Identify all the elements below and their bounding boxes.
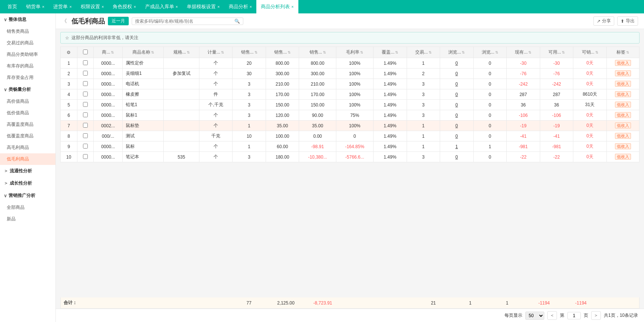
sidebar-item-sales-products[interactable]: 销售类商品 xyxy=(0,26,55,37)
sidebar-section-overall[interactable]: ∨ 整体信息 xyxy=(0,13,55,26)
row-code: 0000... xyxy=(93,79,123,89)
tag-badge: 低收入 xyxy=(615,133,631,139)
row-unit: 个 xyxy=(199,110,233,121)
sidebar-item-low-margin[interactable]: 低毛利商品 xyxy=(0,153,55,165)
row-code: 0000... xyxy=(93,110,123,121)
search-icon[interactable]: 🔍 xyxy=(234,19,240,24)
sidebar-item-new-products[interactable]: 新品 xyxy=(0,213,55,225)
close-permission-icon[interactable]: × xyxy=(102,4,104,9)
row-name[interactable]: 吴细细1 xyxy=(123,68,164,79)
row-select-checkbox[interactable] xyxy=(83,144,88,149)
tag-badge: 低收入 xyxy=(615,60,631,66)
sidebar-section-marketing[interactable]: ∨ 营销推广分析 xyxy=(0,189,55,202)
row-sales-profit: 800.00 xyxy=(299,58,336,68)
row-view1[interactable]: 0 xyxy=(440,58,474,68)
row-select-checkbox[interactable] xyxy=(83,60,88,65)
row-no: 6 xyxy=(61,110,77,121)
close-role-icon[interactable]: × xyxy=(134,4,136,9)
sidebar-item-high-coverage[interactable]: 高覆盖度商品 xyxy=(0,119,55,130)
row-select-checkbox[interactable] xyxy=(83,133,88,138)
nav-item-product-storage[interactable]: 产成品入库单 × xyxy=(141,0,182,13)
tag-badge: 低收入 xyxy=(615,70,631,76)
collapse-sidebar-btn[interactable]: 《 xyxy=(62,18,67,25)
row-coverage: 1.49% xyxy=(374,152,407,162)
nav-item-role[interactable]: 角色授权 × xyxy=(108,0,140,13)
row-view1[interactable]: 0 xyxy=(440,100,474,110)
close-product-analysis-icon[interactable]: × xyxy=(250,4,252,9)
sidebar-item-category-rate[interactable]: 商品分类助销率 xyxy=(0,49,55,60)
sidebar-item-stocked-products[interactable]: 有库存的商品 xyxy=(0,60,55,72)
row-saleable: 0天 xyxy=(573,131,607,141)
row-view1[interactable]: 0 xyxy=(440,89,474,100)
sidebar-section-growth[interactable]: ＞ 成长性分析 xyxy=(0,177,55,189)
row-view1[interactable]: 1 xyxy=(440,141,474,152)
row-select-checkbox[interactable] xyxy=(83,102,88,107)
close-analysis-list-icon[interactable]: × xyxy=(291,4,294,9)
col-settings[interactable]: ⚙ xyxy=(61,47,77,58)
row-view1[interactable]: 0 xyxy=(440,79,474,89)
date-filter-button[interactable]: 近一月 xyxy=(108,17,129,25)
sidebar-item-traded-products[interactable]: 交易过的商品 xyxy=(0,37,55,49)
nav-item-purchase[interactable]: 进货单 × xyxy=(49,0,76,13)
row-available: -30 xyxy=(540,58,573,68)
row-select-checkbox[interactable] xyxy=(83,81,88,86)
arrow-overall-icon: ∨ xyxy=(4,17,7,22)
row-code: 0000... xyxy=(93,100,123,110)
row-name[interactable]: 铅笔1 xyxy=(123,100,164,110)
close-product-storage-icon[interactable]: × xyxy=(176,4,178,9)
row-name[interactable]: 笔记本 xyxy=(123,152,164,162)
row-select-checkbox[interactable] xyxy=(83,71,88,76)
row-code: 0000... xyxy=(93,89,123,100)
row-select-checkbox[interactable] xyxy=(83,154,88,159)
export-button[interactable]: ⬆ 导出 xyxy=(617,16,638,26)
prev-page-button[interactable]: ＜ xyxy=(547,311,557,320)
row-view1[interactable]: 0 xyxy=(440,152,474,162)
nav-item-template[interactable]: 单据模板设置 × xyxy=(182,0,224,13)
row-view1[interactable]: 0 xyxy=(440,121,474,131)
sidebar-section-circulation[interactable]: ＞ 流通性分析 xyxy=(0,165,55,177)
row-sales-qty: 3 xyxy=(233,152,266,162)
sidebar-item-inventory-capital[interactable]: 库存资金占用 xyxy=(0,72,55,83)
sidebar-section-analysis[interactable]: ∨ 类畅量分析 xyxy=(0,83,55,96)
table-row: 2 0000... 吴细细1 参加复试 个 30 300.00 300.00 1… xyxy=(61,68,640,79)
sidebar-item-low-coverage[interactable]: 低覆盖度商品 xyxy=(0,130,55,142)
sidebar-item-low-value[interactable]: 低价值商品 xyxy=(0,107,55,119)
nav-item-home[interactable]: 首页 xyxy=(3,0,22,13)
row-view1[interactable]: 0 xyxy=(440,110,474,121)
nav-item-product-analysis[interactable]: 商品分析 × xyxy=(224,0,256,13)
row-name[interactable]: 鼠标 xyxy=(123,141,164,152)
row-name[interactable]: 鼠标垫 xyxy=(123,121,164,131)
row-view1[interactable]: 0 xyxy=(440,68,474,79)
row-name[interactable]: 电话机 xyxy=(123,79,164,89)
nav-item-sales[interactable]: 销货单 × xyxy=(22,0,49,13)
row-name[interactable]: 橡皮擦 xyxy=(123,89,164,100)
nav-item-permission[interactable]: 权限设置 × xyxy=(76,0,108,13)
row-select-checkbox[interactable] xyxy=(83,123,88,128)
next-page-button[interactable]: ＞ xyxy=(591,311,601,320)
row-name[interactable]: 测试 xyxy=(123,131,164,141)
row-checkbox xyxy=(77,68,93,79)
page-number-input[interactable] xyxy=(567,312,581,319)
row-tag: 低收入 xyxy=(606,141,639,152)
per-page-select[interactable]: 50 100 xyxy=(525,312,544,320)
tag-badge: 低收入 xyxy=(615,102,631,108)
close-purchase-icon[interactable]: × xyxy=(69,4,71,9)
close-sales-icon[interactable]: × xyxy=(42,4,44,9)
close-template-icon[interactable]: × xyxy=(217,4,220,9)
row-name[interactable]: 属性定价 xyxy=(123,58,164,68)
row-view1[interactable]: 0 xyxy=(440,131,474,141)
col-spec: 规格...⇅ xyxy=(164,47,199,58)
sidebar-item-high-margin[interactable]: 高毛利商品 xyxy=(0,142,55,153)
share-button[interactable]: ↗ 分享 xyxy=(593,16,614,26)
row-select-checkbox[interactable] xyxy=(83,92,88,96)
search-input[interactable] xyxy=(135,19,234,24)
row-name[interactable]: 鼠标1 xyxy=(123,110,164,121)
row-select-checkbox[interactable] xyxy=(83,112,88,117)
row-tag: 低收入 xyxy=(606,58,639,68)
nav-item-analysis-list[interactable]: 商品分析列表 × xyxy=(256,0,298,13)
select-all-checkbox[interactable] xyxy=(83,50,88,54)
row-unit: 个 xyxy=(199,141,233,152)
row-gross-margin: 100% xyxy=(336,79,373,89)
sidebar-item-high-value[interactable]: 高价值商品 xyxy=(0,96,55,107)
sidebar-item-all-products[interactable]: 全部商品 xyxy=(0,202,55,213)
